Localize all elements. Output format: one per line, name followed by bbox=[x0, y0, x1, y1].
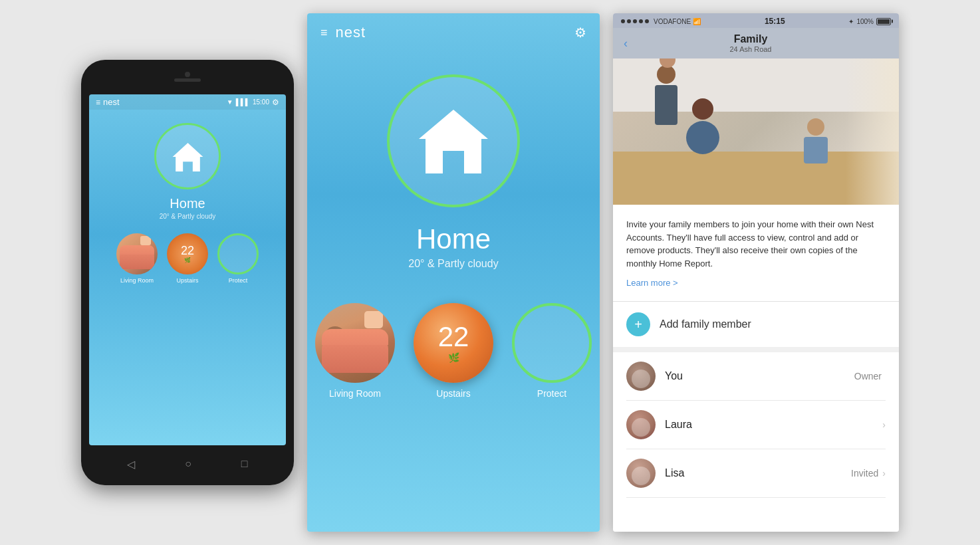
mom-body bbox=[686, 121, 719, 154]
home-title: Home bbox=[170, 196, 205, 211]
thermostat-label: Upstairs bbox=[176, 277, 198, 284]
window-light bbox=[846, 58, 899, 205]
member-item-you[interactable]: You Owner bbox=[626, 352, 886, 401]
home-circle[interactable] bbox=[154, 123, 221, 189]
svg-point-3 bbox=[445, 127, 461, 143]
home-icon bbox=[170, 138, 206, 175]
gear-icon[interactable]: ⚙ bbox=[574, 25, 586, 41]
pillow bbox=[140, 236, 151, 245]
dot5 bbox=[645, 19, 649, 23]
thermostat-temp: 22 bbox=[438, 323, 469, 351]
member-name-you: You bbox=[665, 370, 854, 382]
living-room-image bbox=[116, 233, 158, 274]
avatar-laura bbox=[626, 410, 656, 439]
carrier-name: VODAFONE bbox=[654, 18, 691, 25]
person-boy bbox=[799, 118, 832, 171]
device-living-room[interactable]: Living Room bbox=[116, 233, 158, 284]
protect-label: Protect bbox=[229, 277, 248, 284]
add-member-label: Add family member bbox=[660, 318, 751, 330]
living-room-label: Living Room bbox=[120, 277, 154, 284]
living-room-circle bbox=[315, 303, 395, 383]
face-shape-laura bbox=[632, 418, 650, 437]
pillow bbox=[364, 311, 383, 328]
boy-body bbox=[804, 137, 828, 164]
avatar-face-laura bbox=[626, 410, 656, 439]
member-name-laura: Laura bbox=[665, 419, 878, 431]
dot4 bbox=[639, 19, 643, 23]
device-thermostat[interactable]: 22 🌿 Upstairs bbox=[167, 233, 208, 284]
camera-dot bbox=[185, 72, 190, 77]
dad-body bbox=[655, 85, 677, 125]
device-protect[interactable]: Protect bbox=[217, 233, 259, 284]
thermostat-label: Upstairs bbox=[436, 388, 470, 399]
avatar-face bbox=[626, 362, 656, 391]
member-item-laura[interactable]: Laura › bbox=[626, 401, 886, 449]
nest-logo: nest bbox=[103, 97, 120, 107]
back-button[interactable]: ‹ bbox=[624, 37, 628, 51]
member-name-lisa: Lisa bbox=[665, 467, 851, 479]
svg-point-1 bbox=[184, 151, 190, 157]
mom-head bbox=[692, 98, 713, 120]
chevron-right-icon: › bbox=[882, 419, 886, 430]
battery-percent: 100% bbox=[856, 18, 874, 25]
thermostat-temp: 22 bbox=[181, 245, 194, 257]
home-circle[interactable] bbox=[387, 74, 520, 207]
devices-row: Living Room 22 🌿 Upstairs Protect bbox=[116, 233, 259, 284]
home-title: Home bbox=[416, 223, 491, 255]
android-phone: ≡ nest ▼ ▌▌▌ 15:00 ⚙ Home 20° & Partly c… bbox=[81, 60, 294, 485]
member-item-lisa[interactable]: Lisa Invited › bbox=[626, 449, 886, 498]
learn-more-link[interactable]: Learn more > bbox=[626, 278, 886, 288]
living-room-label: Living Room bbox=[329, 388, 381, 399]
header-left: ≡ nest bbox=[320, 24, 366, 41]
living-room-circle bbox=[116, 233, 158, 274]
leaf-icon: 🌿 bbox=[448, 352, 459, 363]
divider2 bbox=[613, 347, 899, 352]
gear-icon[interactable]: ⚙ bbox=[272, 98, 279, 107]
face-shape-lisa bbox=[632, 467, 650, 485]
ios-screen: VODAFONE 📶 15:15 ✦ 100% ‹ Family 24 Ash … bbox=[613, 13, 899, 532]
dot1 bbox=[621, 19, 625, 23]
plus-icon: + bbox=[634, 317, 642, 332]
face-shape bbox=[632, 370, 650, 388]
avatar-lisa bbox=[626, 459, 656, 488]
signal-icon: ▌▌▌ bbox=[236, 98, 250, 106]
home-icon bbox=[414, 104, 493, 177]
add-family-member-button[interactable]: + Add family member bbox=[626, 302, 886, 347]
device-living-room[interactable]: Living Room bbox=[315, 303, 395, 399]
dot3 bbox=[633, 19, 637, 23]
sofa bbox=[120, 251, 154, 269]
hamburger-icon[interactable]: ≡ bbox=[96, 98, 100, 107]
description-text: Invite your family members to join your … bbox=[626, 218, 886, 270]
middle-main: Home 20° & Partly cloudy Living Room 22 bbox=[307, 48, 600, 532]
android-nav-bar: ◁ ○ □ bbox=[89, 451, 286, 477]
device-thermostat[interactable]: 22 🌿 Upstairs bbox=[414, 303, 493, 399]
member-list: You Owner Laura › bbox=[626, 352, 886, 498]
status-right: ▼ ▌▌▌ 15:00 ⚙ bbox=[227, 98, 279, 107]
protect-circle bbox=[217, 233, 259, 274]
status-left: VODAFONE 📶 bbox=[621, 18, 701, 25]
home-button[interactable]: ○ bbox=[185, 458, 191, 470]
android-status-bar: ≡ nest ▼ ▌▌▌ 15:00 ⚙ bbox=[89, 94, 286, 110]
living-room-bg bbox=[315, 303, 395, 383]
person-mom bbox=[679, 98, 726, 165]
middle-screen: ≡ nest ⚙ Home 20° & Partly cloudy bbox=[307, 13, 600, 532]
battery-fill bbox=[878, 19, 890, 24]
ios-nav-bar: ‹ Family 24 Ash Road bbox=[613, 28, 899, 58]
time-display: 15:00 bbox=[253, 98, 269, 106]
page-subtitle: 24 Ash Road bbox=[633, 45, 868, 53]
leaf-icon: 🌿 bbox=[184, 257, 191, 263]
status-left: ≡ nest bbox=[96, 97, 120, 107]
device-protect[interactable]: Protect bbox=[512, 303, 592, 399]
ios-content: Invite your family members to join your … bbox=[613, 205, 899, 532]
protect-label: Protect bbox=[537, 388, 566, 399]
hamburger-icon[interactable]: ≡ bbox=[320, 26, 328, 40]
page-title: Family bbox=[633, 33, 868, 45]
android-main: Home 20° & Partly cloudy Living Room bbox=[89, 110, 286, 445]
wifi-signal: 📶 bbox=[693, 18, 701, 25]
recents-button[interactable]: □ bbox=[241, 458, 248, 470]
battery-icon bbox=[876, 18, 891, 25]
back-button[interactable]: ◁ bbox=[127, 458, 135, 471]
dad-head bbox=[657, 65, 675, 84]
member-role-you: Owner bbox=[854, 371, 882, 382]
learn-more-text: Learn more > bbox=[626, 278, 678, 288]
